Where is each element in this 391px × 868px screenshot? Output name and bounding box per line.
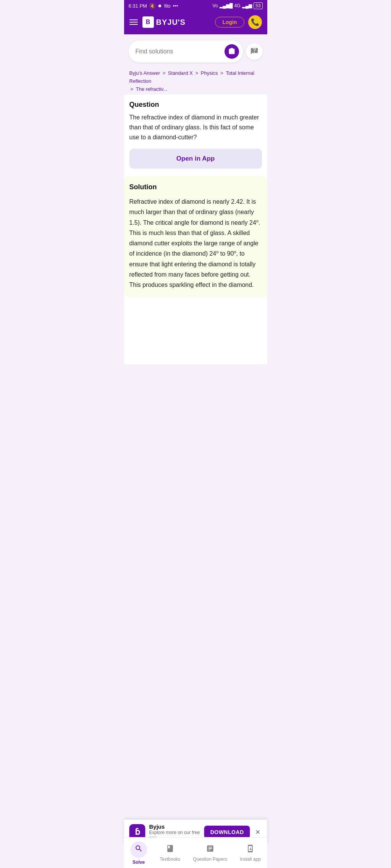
phone-button[interactable]: 📞 [248, 15, 262, 29]
time: 6:31 PM [129, 3, 147, 9]
logo-text: BYJU'S [156, 18, 186, 27]
camera-button[interactable] [225, 44, 239, 59]
login-button[interactable]: Login [215, 17, 244, 27]
mute-icon: 🔇 [149, 3, 155, 9]
breadcrumb-item-2[interactable]: Standard X [168, 70, 193, 76]
status-left: 6:31 PM 🔇 ⏺ filo ••• [129, 3, 178, 9]
question-text: The refractive index of diamond in much … [129, 113, 262, 142]
more-icon: ••• [173, 3, 178, 9]
signal-bars: ▂▄▆█ [220, 3, 233, 8]
hamburger-line3 [129, 24, 138, 25]
hamburger-line1 [129, 19, 138, 20]
open-in-app-button[interactable]: Open in App [129, 149, 262, 169]
breadcrumb: Byju's Answer > Standard X > Physics > T… [124, 66, 267, 95]
sep2: > [196, 70, 200, 76]
solution-box: Solution Refractive index of diamond is … [124, 176, 267, 297]
solution-label: Solution [129, 183, 262, 191]
signal-bars2: ▂▄▆ [242, 3, 252, 8]
signal-icon: Vo [213, 3, 218, 8]
breadcrumb-item-5[interactable]: The refractiv... [136, 86, 167, 92]
search-area [124, 34, 267, 66]
breadcrumb-item-1[interactable]: Byju's Answer [129, 70, 160, 76]
hamburger-menu[interactable] [129, 19, 138, 25]
sep3: > [220, 70, 225, 76]
hamburger-line2 [129, 22, 138, 23]
camera-icon [228, 48, 236, 55]
search-input[interactable] [136, 48, 225, 55]
question-label: Question [129, 101, 262, 109]
battery: 53 [254, 2, 262, 9]
header-left: B BYJU'S [129, 16, 186, 28]
help-button[interactable] [246, 43, 263, 60]
status-right: Vo ▂▄▆█ 4G ▂▄▆ 53 [213, 2, 263, 9]
content-area: Question The refractive index of diamond… [124, 95, 267, 364]
status-bar: 6:31 PM 🔇 ⏺ filo ••• Vo ▂▄▆█ 4G ▂▄▆ 53 [124, 0, 267, 11]
carrier: filo [164, 3, 171, 9]
help-icon [250, 47, 259, 56]
lte-icon: 4G [234, 3, 241, 8]
sep4: > [131, 86, 135, 92]
breadcrumb-item-3[interactable]: Physics [201, 70, 218, 76]
record-icon: ⏺ [158, 3, 162, 8]
logo-container: B BYJU'S [142, 16, 186, 28]
logo-icon: B [142, 16, 154, 28]
sep1: > [163, 70, 167, 76]
header: B BYJU'S Login 📞 [124, 11, 267, 34]
solution-text: Refractive index of diamond is nearly 2.… [129, 196, 262, 290]
header-right: Login 📞 [215, 15, 262, 29]
search-box [129, 40, 243, 63]
